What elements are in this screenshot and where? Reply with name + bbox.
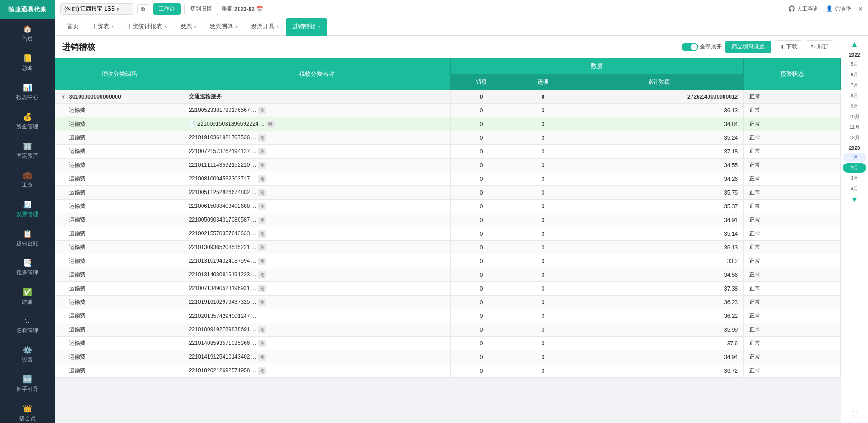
sidebar-item-archive[interactable]: 🗂 归档管理	[0, 312, 55, 340]
sidebar-item-member[interactable]: 👑 畅会员	[0, 399, 55, 423]
tab-salary-table[interactable]: 工资表 ×	[85, 18, 120, 36]
table-row[interactable]: 运输费 22101009192789838691 ...吨 0 0 35.99 …	[55, 323, 841, 337]
row-name: 运输费	[55, 268, 183, 282]
table-row[interactable]: 运输费 22101916102976437325 ...吨 0 0 36.23 …	[55, 296, 841, 309]
table-row[interactable]: 运输费 22101408593571035366 ...吨 0 0 37.6 正…	[55, 337, 841, 350]
download-button[interactable]: ⬇ 下载	[775, 40, 802, 53]
month-aug-2022[interactable]: 8月	[843, 91, 866, 100]
table-row[interactable]: 运输费 22100511252826674802 ...吨 0 0 35.75 …	[55, 186, 841, 200]
table-row[interactable]: 运输费 22100721573762194127 ...吨 0 0 37.18 …	[55, 145, 841, 159]
table-row[interactable]: 运输费 22100713490523196931 ...吨 0 0 37.38 …	[55, 282, 841, 296]
table-row[interactable]: 运输费 22100810094532303717 ...吨 0 0 34.26 …	[55, 172, 841, 186]
tab-invoice-open-close[interactable]: ×	[277, 24, 279, 29]
sidebar-item-assets[interactable]: 🏢 固定资产	[0, 136, 55, 165]
switch-version-button[interactable]: 切到旧版	[184, 3, 218, 15]
table-row[interactable]: 运输费 22101310194324037594 ...吨 0 0 33.2 正…	[55, 254, 841, 268]
row-sales: 0	[451, 254, 512, 268]
row-status: 正常	[744, 213, 841, 227]
sidebar-item-settings[interactable]: ⚙️ 设置	[0, 340, 55, 370]
tab-invoice-calc-close[interactable]: ×	[235, 24, 238, 29]
table-row[interactable]: 运输费 22100509034317086587 ...吨 0 0 34.91 …	[55, 213, 841, 227]
row-cumulative: 34.94	[574, 350, 744, 364]
row-invoice-code: 22100713490523196931 ...吨	[183, 282, 451, 296]
sidebar-item-settle[interactable]: ✅ 结账	[0, 282, 55, 312]
sidebar-item-guide[interactable]: 🆕 新手引导	[0, 370, 55, 399]
favorite-heart-icon[interactable]: ♡	[851, 409, 858, 419]
tab-invoice-close[interactable]: ×	[194, 24, 197, 29]
month-dec-2022[interactable]: 12月	[843, 133, 866, 143]
month-jun-2022[interactable]: 6月	[843, 70, 866, 79]
table-row[interactable]: 运输费 22101419125410143402 ...吨 0 0 34.94 …	[55, 350, 841, 364]
nav-down-arrow[interactable]: ▼	[850, 195, 859, 205]
row-cumulative: 34.56	[574, 268, 744, 282]
sidebar-item-ledger[interactable]: 📒 总账	[0, 48, 55, 78]
sidebar-item-home[interactable]: 🏠 首页	[0, 19, 55, 48]
row-sales: 0	[451, 172, 512, 186]
tab-invoice-open[interactable]: 发票开具 ×	[245, 18, 286, 36]
sidebar-item-sales-ledger[interactable]: 📋 进销台账	[0, 224, 55, 253]
sidebar-item-tax[interactable]: 📑 税务管理	[0, 253, 55, 282]
row-name: 运输费	[55, 282, 183, 296]
table-row[interactable]: ▼ 30100000000000000 交通运输服务 0 0 27262.400…	[55, 90, 841, 104]
row-purchase: 0	[512, 227, 574, 241]
row-status: 正常	[744, 364, 841, 378]
support-button[interactable]: 🎧 人工咨询	[788, 5, 819, 13]
workbench-button[interactable]: 工作台	[153, 3, 181, 15]
tab-salary-stats[interactable]: 工资统计报表 ×	[120, 18, 173, 36]
tab-salary-stats-close[interactable]: ×	[164, 24, 167, 29]
nav-up-arrow[interactable]: ▲	[850, 39, 859, 49]
month-oct-2022[interactable]: 10月	[843, 112, 866, 122]
tab-home[interactable]: 首页	[60, 18, 85, 36]
month-mar-2023[interactable]: 3月	[843, 174, 866, 183]
table-row[interactable]: 运输费 📄22100915031396592224 ...吨 0 0 34.84…	[55, 117, 841, 131]
row-status: 正常	[744, 241, 841, 254]
header-sales: 销项	[451, 74, 512, 90]
toggle-switch[interactable]	[682, 43, 698, 51]
close-window-button[interactable]: ×	[858, 5, 863, 13]
table-row[interactable]: 运输费 22101820212692571958 ...吨 0 0 36.72 …	[55, 364, 841, 378]
tab-invoice[interactable]: 发票 ×	[174, 18, 203, 36]
table-row[interactable]: 运输费 22100523381780176567 ...吨 0 0 36.13 …	[55, 104, 841, 117]
copy-button[interactable]: ⧉	[137, 4, 149, 14]
month-nov-2022[interactable]: 11月	[843, 122, 866, 132]
table-row[interactable]: 运输费 22101309365208535221 ...吨 0 0 36.13 …	[55, 241, 841, 254]
month-sep-2022[interactable]: 9月	[843, 101, 866, 111]
table-row[interactable]: 运输费 22101111143592152210 ...吨 0 0 34.55 …	[55, 159, 841, 172]
sidebar-item-capital-label: 资金管理	[16, 123, 38, 131]
month-may-2022[interactable]: 5月	[843, 59, 866, 69]
sidebar-item-invoice[interactable]: 🧾 发票管理	[0, 195, 55, 224]
company-selector[interactable]: (勾曲) 江西报宝-LSS ▾	[60, 3, 133, 15]
row-purchase: 0	[512, 309, 574, 323]
row-purchase: 0	[512, 145, 574, 159]
sidebar: 畅捷通易代账 🏠 首页 📒 总账 📊 报表中心 💰 资金管理 🏢 固定资产 💼 …	[0, 0, 55, 423]
row-invoice-code: 22102013574294001247 ...	[183, 309, 451, 323]
tab-sales-check[interactable]: 进销稽核 ×	[286, 18, 327, 36]
month-feb-2023[interactable]: 2月	[843, 163, 866, 173]
row-purchase: 0	[512, 172, 574, 186]
tab-invoice-calc[interactable]: 发票测算 ×	[203, 18, 244, 36]
month-apr-2023[interactable]: 4月	[843, 184, 866, 194]
month-jul-2022[interactable]: 7月	[843, 80, 866, 90]
row-invoice-code: 22101419125410143402 ...吨	[183, 350, 451, 364]
expand-toggle[interactable]: 全部展开	[682, 43, 722, 51]
table-row[interactable]: 运输费 22100615083403402688 ...吨 0 0 35.37 …	[55, 200, 841, 213]
month-jan-2023[interactable]: 1月	[843, 153, 866, 162]
table-row[interactable]: 运输费 22102013574294001247 ... 0 0 36.22 正…	[55, 309, 841, 323]
user-menu[interactable]: 👤 徐涟华	[826, 5, 851, 13]
sidebar-item-salary[interactable]: 💼 工资	[0, 165, 55, 195]
sidebar-item-capital[interactable]: 💰 资金管理	[0, 107, 55, 136]
table-row[interactable]: 运输费 22101910361921707536 ...吨 0 0 35.24 …	[55, 131, 841, 145]
group-purchase: 0	[512, 90, 574, 104]
collapse-icon[interactable]: ▼	[61, 94, 66, 100]
calendar-icon[interactable]: 📅	[256, 6, 263, 12]
tab-sales-check-close[interactable]: ×	[318, 24, 320, 29]
table-row[interactable]: 运输费 22100215570357643633 ...吨 0 0 35.14 …	[55, 227, 841, 241]
setting-button[interactable]: 商品编码设置	[725, 41, 771, 53]
unit-tag: 吨	[258, 230, 266, 238]
row-sales: 0	[451, 241, 512, 254]
period-value: 2023-02	[234, 6, 255, 12]
sidebar-item-report[interactable]: 📊 报表中心	[0, 78, 55, 107]
refresh-button[interactable]: ↻ 刷新	[806, 40, 833, 53]
table-row[interactable]: 运输费 22101314030816191223 ...吨 0 0 34.56 …	[55, 268, 841, 282]
tab-salary-table-close[interactable]: ×	[111, 24, 114, 29]
